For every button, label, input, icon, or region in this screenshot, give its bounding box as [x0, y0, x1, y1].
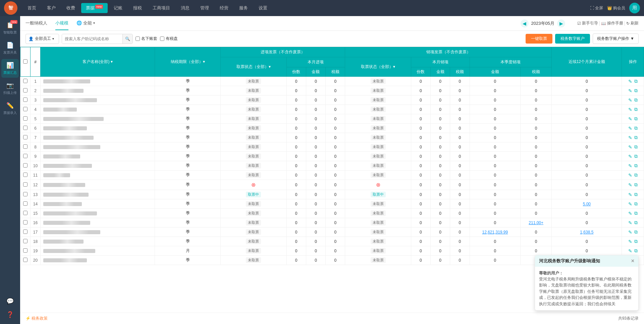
edit-icon-18[interactable]: ✎: [628, 239, 632, 244]
nav-message[interactable]: 消息: [176, 3, 194, 13]
row-checkbox-2[interactable]: [23, 88, 28, 92]
row-checkbox-13[interactable]: [23, 192, 28, 196]
sidebar-item-issue[interactable]: 📄 发票开具: [1, 39, 19, 58]
checkbox-tax-disk[interactable]: 有税盘: [160, 36, 178, 42]
edit-icon-16[interactable]: ✎: [628, 220, 632, 225]
year-amount-link[interactable]: 1,638.5: [580, 230, 593, 235]
copy-icon-3[interactable]: ⧉: [634, 97, 638, 103]
copy-icon-4[interactable]: ⧉: [634, 107, 638, 112]
tax-policy-link[interactable]: ⚡ 税务政策: [25, 316, 48, 321]
row-checkbox-15[interactable]: [23, 211, 28, 215]
tax-disk-checkbox[interactable]: [160, 37, 164, 41]
edit-icon-19[interactable]: ✎: [628, 248, 632, 254]
nav-service[interactable]: 服务: [234, 3, 253, 13]
operation-manual-btn[interactable]: 📖 操作手册: [601, 20, 623, 26]
row-checkbox-6[interactable]: [23, 126, 28, 130]
nav-settings[interactable]: 设置: [254, 3, 272, 13]
row-checkbox-10[interactable]: [23, 163, 28, 168]
edit-icon-5[interactable]: ✎: [628, 116, 632, 122]
nav-manage[interactable]: 管理: [196, 3, 214, 13]
chat-icon[interactable]: 💬: [5, 296, 15, 307]
quarter-tax-link[interactable]: 211.00+: [529, 220, 543, 225]
edit-icon-2[interactable]: ✎: [628, 88, 632, 93]
member-btn[interactable]: 👑 购会员: [607, 5, 625, 11]
row-checkbox-5[interactable]: [23, 116, 28, 121]
tab-small-scale[interactable]: 小规模: [55, 17, 68, 30]
edit-icon-11[interactable]: ✎: [628, 173, 632, 178]
tax-digital-btn[interactable]: 税务数字账户: [555, 34, 590, 44]
row-checkbox-20[interactable]: [23, 258, 28, 262]
help-icon[interactable]: ❓: [5, 309, 15, 320]
edit-icon-17[interactable]: ✎: [628, 230, 632, 235]
edit-icon-1[interactable]: ✎: [628, 79, 632, 84]
nav-fee[interactable]: 收费: [62, 3, 80, 13]
select-all-checkbox[interactable]: [23, 59, 28, 64]
year-amount-link[interactable]: 5.00: [583, 202, 591, 206]
row-checkbox-17[interactable]: [23, 230, 28, 234]
copy-icon-16[interactable]: ⧉: [634, 220, 638, 225]
copy-icon-2[interactable]: ⧉: [634, 88, 638, 93]
tab-all[interactable]: 🌐 全能 ▾: [76, 17, 95, 30]
search-button[interactable]: 🔍: [122, 34, 132, 44]
edit-icon-14[interactable]: ✎: [628, 201, 632, 207]
row-checkbox-9[interactable]: [23, 154, 28, 158]
edit-icon-8[interactable]: ✎: [628, 144, 632, 150]
row-checkbox-18[interactable]: [23, 239, 28, 243]
row-checkbox-16[interactable]: [23, 220, 28, 224]
copy-icon-10[interactable]: ⧉: [634, 163, 638, 169]
sidebar-item-smart-ticket[interactable]: 📋 智能取票 new: [1, 19, 19, 38]
copy-icon-1[interactable]: ⧉: [634, 78, 638, 84]
nav-business[interactable]: 工商项目: [148, 3, 175, 13]
month-next-btn[interactable]: ▶: [557, 19, 565, 27]
nav-customer[interactable]: 客户: [42, 3, 60, 13]
copy-icon-5[interactable]: ⧉: [634, 116, 638, 122]
row-checkbox-14[interactable]: [23, 201, 28, 206]
copy-icon-7[interactable]: ⧉: [634, 135, 638, 140]
edit-icon-3[interactable]: ✎: [628, 98, 632, 103]
sidebar-item-summary[interactable]: 📊 票据汇总: [1, 59, 19, 78]
copy-icon-6[interactable]: ⧉: [634, 125, 638, 131]
row-checkbox-11[interactable]: [23, 173, 28, 177]
row-checkbox-19[interactable]: [23, 248, 28, 253]
copy-icon-13[interactable]: ⧉: [634, 192, 638, 197]
edit-icon-6[interactable]: ✎: [628, 126, 632, 131]
edit-icon-10[interactable]: ✎: [628, 163, 632, 169]
copy-icon-18[interactable]: ⧉: [634, 239, 638, 244]
sidebar-item-scan[interactable]: 📷 扫描上传: [1, 79, 19, 98]
edit-icon-12[interactable]: ✎: [628, 182, 632, 188]
th-tax-period[interactable]: 纳税期限（全部）▾: [155, 47, 221, 77]
row-checkbox-7[interactable]: [23, 135, 28, 139]
row-checkbox-12[interactable]: [23, 182, 28, 187]
checkbox-account[interactable]: 名下账套: [136, 36, 157, 42]
one-click-ticket-btn[interactable]: 一键取票: [526, 34, 552, 44]
th-out-status[interactable]: 取票状态（全部）▾: [345, 57, 411, 77]
copy-icon-14[interactable]: ⧉: [634, 201, 638, 207]
copy-icon-19[interactable]: ⧉: [634, 248, 638, 254]
new-guide-btn[interactable]: ☑ 新手引导: [577, 20, 598, 26]
edit-icon-4[interactable]: ✎: [628, 107, 632, 112]
copy-icon-15[interactable]: ⧉: [634, 210, 638, 216]
employee-select[interactable]: 👤 全部员工 ▾: [25, 34, 59, 44]
nav-operation[interactable]: 经营: [215, 3, 233, 13]
edit-icon-7[interactable]: ✎: [628, 135, 632, 140]
edit-icon-13[interactable]: ✎: [628, 192, 632, 197]
tax-digital-op-btn[interactable]: 税务数字账户操作 ▼: [593, 34, 639, 44]
copy-icon-17[interactable]: ⧉: [634, 229, 638, 235]
edit-icon-9[interactable]: ✎: [628, 154, 632, 159]
copy-icon-8[interactable]: ⧉: [634, 144, 638, 150]
row-checkbox-1[interactable]: [23, 79, 28, 83]
nav-bookkeep[interactable]: 记账: [109, 3, 127, 13]
nav-home[interactable]: 首页: [23, 3, 41, 13]
tab-general-taxpayer[interactable]: 一般纳税人: [25, 17, 47, 30]
account-checkbox[interactable]: [136, 37, 140, 41]
month-prev-btn[interactable]: ◀: [521, 19, 529, 27]
refresh-btn[interactable]: ↻ 刷新: [626, 20, 639, 26]
copy-icon-9[interactable]: ⧉: [634, 153, 638, 159]
row-checkbox-8[interactable]: [23, 144, 28, 149]
th-client-name[interactable]: 客户名称(全部) ▾: [41, 47, 155, 77]
nav-tax[interactable]: 报税: [128, 3, 147, 13]
th-in-status[interactable]: 取票状态（全部）▾: [221, 57, 286, 77]
avatar[interactable]: 用: [629, 3, 640, 13]
copy-icon-12[interactable]: ⧉: [634, 182, 638, 188]
quarter-amount-link[interactable]: 12,621,319.99: [482, 230, 508, 235]
